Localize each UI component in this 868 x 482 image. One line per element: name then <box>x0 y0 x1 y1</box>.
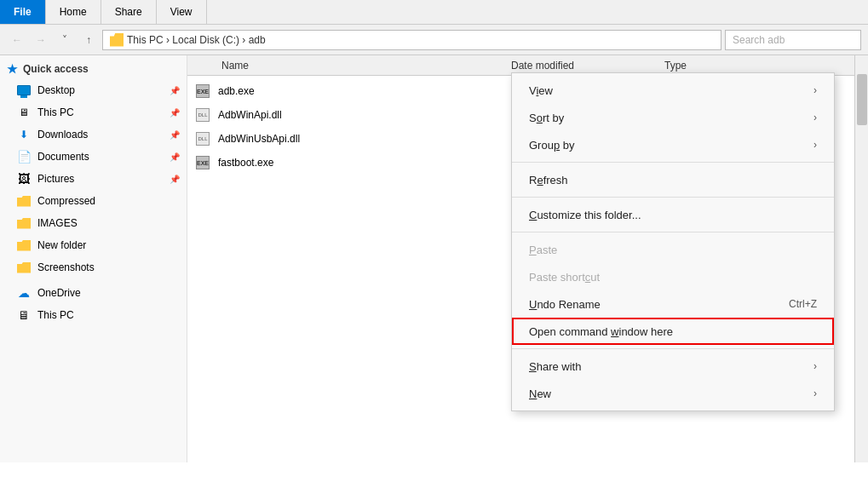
pin-icon: 📌 <box>170 108 180 118</box>
tab-share-label: Share <box>115 6 142 18</box>
thispc-icon: 🖥 <box>17 106 31 119</box>
tab-view-label: View <box>170 6 193 18</box>
ctx-new[interactable]: New › <box>512 380 834 407</box>
sidebar-item-onedrive[interactable]: ☁ OneDrive <box>0 282 187 304</box>
forward-button[interactable]: → <box>31 30 51 50</box>
thispc-icon2: 🖥 <box>17 308 31 322</box>
documents-icon: 📄 <box>17 150 31 164</box>
sidebar-item-label: Screenshots <box>37 261 95 273</box>
sidebar: ★ Quick access Desktop 📌 🖥 This PC 📌 ⬇ D… <box>0 55 187 462</box>
sidebar-item-images[interactable]: IMAGES <box>0 212 187 234</box>
exe-icon: EXE <box>194 154 211 171</box>
sidebar-item-label: Documents <box>37 151 89 163</box>
ctx-paste[interactable]: Paste <box>512 236 834 263</box>
back-button[interactable]: ← <box>7 30 27 50</box>
downloads-icon: ⬇ <box>17 128 31 141</box>
sidebar-item-downloads[interactable]: ⬇ Downloads 📌 <box>0 123 187 146</box>
sidebar-item-screenshots[interactable]: Screenshots <box>0 256 187 278</box>
sidebar-item-pictures[interactable]: 🖼 Pictures 📌 <box>0 168 187 190</box>
tab-share[interactable]: Share <box>101 0 157 24</box>
address-path[interactable]: This PC › Local Disk (C:) › adb <box>102 30 721 50</box>
search-placeholder: Search adb <box>733 34 785 46</box>
ctx-undo-shortcut: Ctrl+Z <box>789 298 817 310</box>
ctx-view[interactable]: View › <box>512 77 834 104</box>
desktop-icon <box>17 83 31 97</box>
folder-icon <box>110 33 124 47</box>
file-name: AdbWinApi.dll <box>218 109 282 121</box>
sidebar-item-compressed[interactable]: Compressed <box>0 190 187 212</box>
ctx-sep-2 <box>512 197 834 198</box>
sidebar-item-documents[interactable]: 📄 Documents 📌 <box>0 146 187 168</box>
ctx-arrow-new: › <box>813 387 817 399</box>
ctx-undo-rename[interactable]: Undo Rename Ctrl+Z <box>512 290 834 318</box>
ctx-sep-1 <box>512 162 834 163</box>
file-name: AdbWinUsbApi.dll <box>218 133 300 145</box>
ctx-undo-label: Undo Rename <box>529 298 789 311</box>
folder-icon <box>17 216 31 230</box>
sidebar-item-desktop[interactable]: Desktop 📌 <box>0 79 187 101</box>
sidebar-item-label: This PC <box>37 106 74 118</box>
sidebar-item-label: New folder <box>37 239 86 251</box>
sidebar-item-label: This PC <box>37 309 74 321</box>
star-icon: ★ <box>7 62 18 76</box>
sidebar-item-thispc-quick[interactable]: 🖥 This PC 📌 <box>0 101 187 123</box>
sidebar-item-label: OneDrive <box>37 287 81 299</box>
col-header-type[interactable]: Type <box>664 60 868 72</box>
sidebar-item-label: Pictures <box>37 173 74 185</box>
sidebar-item-label: Compressed <box>37 195 95 207</box>
tab-home-label: Home <box>60 6 87 18</box>
address-bar: ← → ˅ ↑ This PC › Local Disk (C:) › adb … <box>0 25 868 55</box>
folder-icon <box>17 194 31 208</box>
up-button[interactable]: ↑ <box>78 30 99 50</box>
sidebar-item-label: IMAGES <box>37 217 78 229</box>
ctx-group-label: Group by <box>529 139 807 152</box>
file-name: adb.exe <box>218 85 255 97</box>
col-header-name[interactable]: Name <box>187 60 511 72</box>
sidebar-item-new-folder[interactable]: New folder <box>0 234 187 256</box>
address-path-text: This PC › Local Disk (C:) › adb <box>127 34 266 46</box>
ctx-new-label: New <box>529 387 807 400</box>
ctx-paste-shortcut-label: Paste shortcut <box>529 271 817 284</box>
sidebar-item-thispc[interactable]: 🖥 This PC <box>0 304 187 326</box>
pin-icon: 📌 <box>170 86 180 95</box>
tab-file-label: File <box>14 6 32 18</box>
sidebar-item-label: Downloads <box>37 129 88 141</box>
main-layout: ★ Quick access Desktop 📌 🖥 This PC 📌 ⬇ D… <box>0 55 868 462</box>
ctx-sort-by[interactable]: Sort by › <box>512 104 834 131</box>
ctx-share-with[interactable]: Share with › <box>512 353 834 380</box>
ctx-customize[interactable]: Customize this folder... <box>512 201 834 228</box>
ctx-customize-label: Customize this folder... <box>529 209 817 221</box>
ctx-paste-shortcut[interactable]: Paste shortcut <box>512 263 834 290</box>
recent-locations-button[interactable]: ˅ <box>55 30 75 50</box>
ctx-open-command[interactable]: Open command window here <box>512 318 834 345</box>
ribbon-tabs: File Home Share View <box>0 0 868 24</box>
ctx-refresh[interactable]: Refresh <box>512 166 834 193</box>
sidebar-section-quick-access[interactable]: ★ Quick access <box>0 59 187 79</box>
tab-file[interactable]: File <box>0 0 46 24</box>
pin-icon: 📌 <box>170 152 180 162</box>
ctx-arrow-sort: › <box>813 112 817 123</box>
ctx-view-label: View <box>529 84 807 97</box>
tab-view[interactable]: View <box>157 0 207 24</box>
folder-icon <box>17 261 31 274</box>
ctx-sort-label: Sort by <box>529 112 807 124</box>
ctx-sep-4 <box>512 348 834 349</box>
vertical-scrollbar[interactable] <box>854 55 868 462</box>
dll-icon: DLL <box>194 106 211 123</box>
ctx-command-label: Open command window here <box>529 325 817 338</box>
tab-home[interactable]: Home <box>46 0 101 24</box>
scrollbar-thumb[interactable] <box>857 74 867 125</box>
onedrive-icon: ☁ <box>17 286 31 300</box>
pin-icon: 📌 <box>170 130 180 140</box>
quick-access-label: Quick access <box>23 63 89 75</box>
search-box[interactable]: Search adb <box>725 30 861 50</box>
ctx-group-by[interactable]: Group by › <box>512 131 834 158</box>
ctx-sep-3 <box>512 232 834 232</box>
ctx-share-label: Share with <box>529 360 807 373</box>
ribbon: File Home Share View <box>0 0 868 25</box>
ctx-paste-label: Paste <box>529 244 817 256</box>
ctx-refresh-label: Refresh <box>529 174 817 186</box>
col-header-date[interactable]: Date modified <box>511 60 664 72</box>
ctx-arrow-share: › <box>813 360 817 372</box>
exe-icon: EXE <box>194 83 211 100</box>
